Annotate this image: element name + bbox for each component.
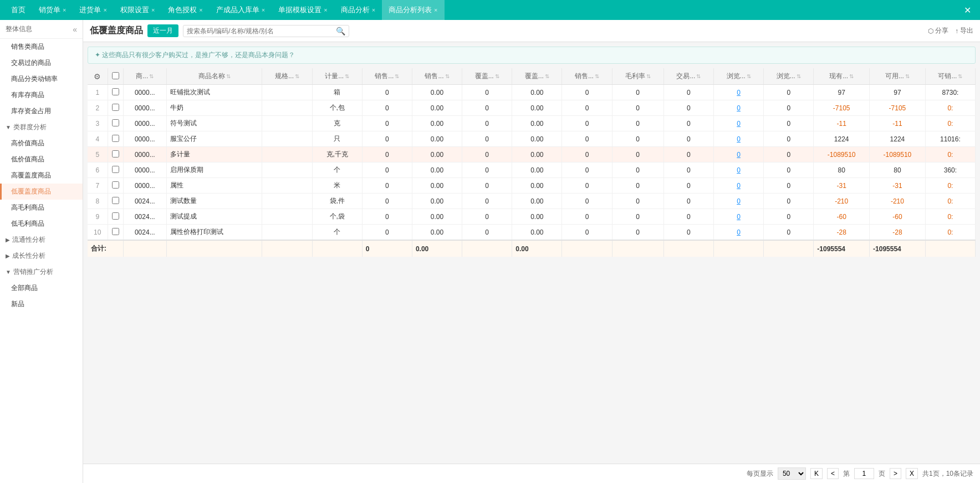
- th-unit[interactable]: 计量...⇅: [312, 68, 362, 85]
- th-spec[interactable]: 规格...⇅: [262, 68, 312, 85]
- nav-sales-order[interactable]: 销货单 ×: [32, 0, 73, 20]
- sidebar-section-growth[interactable]: ▶ 成长性分析: [0, 248, 83, 264]
- period-button[interactable]: 近一月: [147, 24, 178, 37]
- row-browse1[interactable]: 0: [713, 85, 763, 100]
- sidebar-item-in-stock[interactable]: 有库存商品: [0, 87, 83, 103]
- th-cover1[interactable]: 覆盖...⇅: [462, 68, 512, 85]
- sidebar-item-sales-goods[interactable]: 销售类商品: [0, 39, 83, 55]
- row-browse1[interactable]: 0: [713, 116, 763, 131]
- sidebar-item-low-coverage[interactable]: 低覆盖度商品: [0, 184, 83, 200]
- nav-role-auth[interactable]: 角色授权 ×: [161, 0, 209, 20]
- nav-close-purchase[interactable]: ×: [103, 7, 106, 13]
- sidebar-collapse-btn[interactable]: «: [73, 25, 77, 34]
- row-checkbox-cell[interactable]: [108, 147, 123, 162]
- row-checkbox-cell[interactable]: [108, 225, 123, 241]
- row-checkbox[interactable]: [112, 135, 119, 142]
- nav-close-template[interactable]: ×: [324, 7, 327, 13]
- nav-close-finished[interactable]: ×: [262, 7, 265, 13]
- sidebar-section-liquidity[interactable]: ▶ 流通性分析: [0, 232, 83, 248]
- sidebar-section-category[interactable]: ▼ 类群度分析: [0, 119, 83, 135]
- sidebar-item-high-coverage[interactable]: 高覆盖度商品: [0, 167, 83, 184]
- row-checkbox[interactable]: [112, 104, 119, 111]
- row-checkbox-cell[interactable]: [108, 131, 123, 147]
- table-row: 9 0024... 测试提成 个,袋 0 0.00 0 0.00 0 0 0 0…: [88, 209, 976, 225]
- sidebar-item-all-goods[interactable]: 全部商品: [0, 280, 83, 296]
- th-browse2[interactable]: 浏览...⇅: [764, 68, 814, 85]
- next-page-btn[interactable]: >: [890, 468, 901, 479]
- prev-page-btn[interactable]: <: [827, 468, 839, 479]
- nav-close-role[interactable]: ×: [199, 7, 202, 13]
- row-browse1[interactable]: 0: [713, 147, 763, 162]
- row-checkbox[interactable]: [112, 212, 119, 220]
- th-margin[interactable]: 毛利率⇅: [612, 68, 663, 85]
- th-trade[interactable]: 交易...⇅: [663, 68, 713, 85]
- row-browse1[interactable]: 0: [713, 209, 763, 225]
- nav-purchase-order[interactable]: 进货单 ×: [73, 0, 113, 20]
- nav-close-sales[interactable]: ×: [63, 7, 66, 13]
- total-page-label: 页: [879, 469, 885, 479]
- row-browse1[interactable]: 0: [713, 225, 763, 241]
- window-close-button[interactable]: ✕: [959, 5, 976, 16]
- sidebar-section-marketing[interactable]: ▼ 营销推广分析: [0, 264, 83, 280]
- settings-icon[interactable]: ⚙: [94, 72, 101, 81]
- row-checkbox-cell[interactable]: [108, 178, 123, 194]
- nav-home[interactable]: 首页: [4, 0, 32, 20]
- row-checkbox-cell[interactable]: [108, 209, 123, 225]
- th-sales2[interactable]: 销售...⇅: [412, 68, 462, 85]
- row-checkbox[interactable]: [112, 88, 119, 95]
- row-checkbox-cell[interactable]: [108, 100, 123, 116]
- row-checkbox[interactable]: [112, 119, 119, 126]
- th-name[interactable]: 商品名称⇅: [167, 68, 262, 85]
- nav-template-settings[interactable]: 单据模板设置 ×: [272, 0, 334, 20]
- sidebar-item-stock-capital[interactable]: 库存资金占用: [0, 103, 83, 119]
- row-checkbox-cell[interactable]: [108, 85, 123, 100]
- table-container[interactable]: ⚙ 商...⇅ 商品名称⇅ 规格...⇅ 计量...⇅ 销售...⇅ 销售...…: [88, 68, 976, 464]
- th-checkbox[interactable]: [108, 68, 123, 85]
- page-number-input[interactable]: [854, 468, 874, 479]
- nav-close-permissions[interactable]: ×: [151, 7, 155, 13]
- last-page-btn[interactable]: X: [906, 468, 918, 479]
- row-browse1[interactable]: 0: [713, 194, 763, 209]
- row-checkbox[interactable]: [112, 197, 119, 204]
- nav-close-analysis[interactable]: ×: [372, 7, 375, 13]
- row-checkbox-cell[interactable]: [108, 116, 123, 131]
- row-browse2: 0: [764, 147, 814, 162]
- nav-finished-goods[interactable]: 产成品入库单 ×: [210, 0, 272, 20]
- th-code[interactable]: 商...⇅: [123, 68, 167, 85]
- nav-product-analysis[interactable]: 商品分析 ×: [334, 0, 382, 20]
- first-page-btn[interactable]: K: [810, 468, 823, 479]
- export-button[interactable]: ↑ 导出: [955, 26, 973, 35]
- page-size-select[interactable]: 50 100 200: [778, 467, 806, 480]
- sidebar-item-high-margin[interactable]: 高毛利商品: [0, 200, 83, 216]
- row-checkbox[interactable]: [112, 150, 119, 157]
- row-browse1[interactable]: 0: [713, 100, 763, 116]
- row-checkbox[interactable]: [112, 181, 119, 189]
- row-browse1[interactable]: 0: [713, 178, 763, 194]
- select-all-checkbox[interactable]: [112, 72, 119, 79]
- th-available[interactable]: 可用...⇅: [870, 68, 926, 85]
- th-browse1[interactable]: 浏览...⇅: [713, 68, 763, 85]
- nav-close-analysis-list[interactable]: ×: [434, 7, 437, 13]
- row-checkbox-cell[interactable]: [108, 162, 123, 178]
- sidebar-item-low-value[interactable]: 低价值商品: [0, 151, 83, 167]
- row-checkbox[interactable]: [112, 166, 119, 173]
- th-cover2[interactable]: 覆盖...⇅: [512, 68, 562, 85]
- sidebar-item-traded-goods[interactable]: 交易过的商品: [0, 55, 83, 71]
- row-browse1[interactable]: 0: [713, 162, 763, 178]
- sidebar-item-low-margin[interactable]: 低毛利商品: [0, 216, 83, 232]
- th-sales3[interactable]: 销售...⇅: [562, 68, 612, 85]
- th-settings[interactable]: ⚙: [88, 68, 108, 85]
- sidebar-item-category-rate[interactable]: 商品分类动销率: [0, 71, 83, 87]
- sidebar-item-new-goods[interactable]: 新品: [0, 296, 83, 312]
- row-checkbox-cell[interactable]: [108, 194, 123, 209]
- search-input[interactable]: [187, 27, 336, 35]
- share-button[interactable]: ⬡ 分享: [928, 26, 948, 35]
- row-checkbox[interactable]: [112, 228, 119, 235]
- th-sales1[interactable]: 销售...⇅: [362, 68, 412, 85]
- th-saleable[interactable]: 可销...⇅: [925, 68, 975, 85]
- nav-permissions[interactable]: 权限设置 ×: [114, 0, 161, 20]
- sidebar-item-high-value[interactable]: 高价值商品: [0, 135, 83, 151]
- nav-analysis-list[interactable]: 商品分析列表 ×: [382, 0, 444, 20]
- th-current[interactable]: 现有...⇅: [814, 68, 870, 85]
- row-browse1[interactable]: 0: [713, 131, 763, 147]
